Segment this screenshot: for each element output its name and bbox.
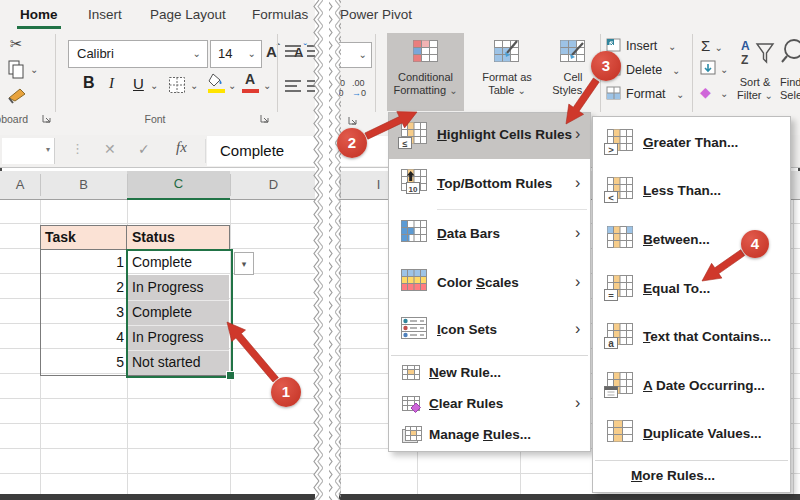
chevron-down-icon: ⌄ xyxy=(676,89,684,100)
tab-formulas[interactable]: Formulas xyxy=(252,7,308,22)
underline-dropdown[interactable]: ⌄ xyxy=(150,80,158,91)
decrease-decimal-button[interactable]: .00→0 xyxy=(352,78,366,98)
fill-color-icon xyxy=(208,72,226,96)
cell-dropdown-button[interactable]: ▾ xyxy=(234,252,254,275)
submenu-item-less-than[interactable]: < Less Than... xyxy=(593,167,790,216)
cell-styles-button[interactable]: Cell Styles ⌄ xyxy=(548,33,598,111)
name-box[interactable]: ▾ xyxy=(2,138,55,164)
submenu-item-label: Text that Contains... xyxy=(643,329,771,344)
submenu-item-text-that-contains[interactable]: a Text that Contains... xyxy=(593,313,790,362)
cut-button[interactable]: ✂ xyxy=(10,35,23,53)
tab-power-pivot[interactable]: Power Pivot xyxy=(340,7,412,22)
menu-item-data-bars[interactable]: Data Bars › xyxy=(389,210,590,258)
font-color-button[interactable]: A xyxy=(245,71,255,87)
svg-text:<: < xyxy=(608,192,614,203)
font-size-combo[interactable]: 14 ⌄ xyxy=(210,40,262,68)
cell-styles-icon xyxy=(559,39,587,64)
copy-button[interactable] xyxy=(8,60,25,84)
format-as-table-button[interactable]: Format as Table ⌄ xyxy=(468,33,546,111)
format-as-table-icon xyxy=(493,39,521,64)
svg-text:A: A xyxy=(741,39,750,53)
clipboard-group-label: Clipboard xyxy=(0,113,28,125)
menu-item-label: Color Scales xyxy=(437,275,519,290)
underline-button[interactable]: U xyxy=(133,75,144,92)
chevron-down-icon[interactable]: ⌄ xyxy=(193,48,201,59)
insert-function-button[interactable]: fx xyxy=(176,139,187,156)
menu-item-top-bottom-rules[interactable]: 10 Top/Bottom Rules › xyxy=(389,159,590,208)
align-top-icon[interactable] xyxy=(284,44,302,58)
clipboard-dialog-launcher-icon[interactable] xyxy=(42,114,52,124)
name-box-arrow-icon[interactable]: ▾ xyxy=(46,145,50,154)
enter-button[interactable]: ✓ xyxy=(138,141,150,157)
submenu-item-more-rules[interactable]: More Rules... xyxy=(593,461,790,491)
menu-item-icon-sets[interactable]: Icon Sets › xyxy=(389,308,590,353)
format-painter-button[interactable] xyxy=(6,86,28,110)
menu-item-highlight-cells-rules[interactable]: ≤ Highlight Cells Rules › xyxy=(389,113,590,159)
cell-B-4[interactable]: 4 xyxy=(40,325,124,350)
sort-filter-button[interactable]: A Z Sort & Filter ⌄ xyxy=(735,36,779,108)
find-select-button[interactable]: Find & Select xyxy=(780,36,800,108)
conditional-formatting-button[interactable]: Conditional Formatting ⌄ xyxy=(387,33,464,111)
borders-dropdown[interactable]: ⌄ xyxy=(190,80,198,91)
menu-item-manage-rules[interactable]: Manage Rules... xyxy=(389,420,590,451)
submenu-item-label: Equal To... xyxy=(643,281,710,296)
submenu-item-greater-than[interactable]: > Greater Than... xyxy=(593,119,790,167)
format-cells-button[interactable]: Format ⌄ xyxy=(606,86,692,104)
cell-B-3[interactable]: 3 xyxy=(40,300,124,325)
align-left-icon[interactable] xyxy=(284,79,302,93)
formula-input-left[interactable]: Complete xyxy=(207,136,315,166)
chevron-right-icon: › xyxy=(575,225,580,241)
tab-home[interactable]: Home xyxy=(20,7,58,22)
font-dialog-launcher-icon[interactable] xyxy=(260,114,270,124)
column-header-C-selected[interactable]: C xyxy=(127,171,230,200)
chevron-right-icon: › xyxy=(575,321,580,337)
cell-B-2[interactable]: 2 xyxy=(40,275,124,300)
fill-button[interactable] xyxy=(700,60,716,80)
column-header-A[interactable]: A xyxy=(0,171,40,198)
clear-dropdown[interactable]: ⌄ xyxy=(720,88,728,99)
tab-page-layout[interactable]: Page Layout xyxy=(150,7,226,22)
copy-dropdown[interactable]: ⌄ xyxy=(30,64,38,75)
column-header-B[interactable]: B xyxy=(40,171,127,198)
clear-button[interactable]: ◆ xyxy=(700,84,711,100)
highlight-cells-rules-icon: ≤ xyxy=(397,121,429,151)
submenu-item-label: Greater Than... xyxy=(643,135,738,150)
cell-B-1[interactable]: 1 xyxy=(40,250,124,275)
menu-item-clear-rules[interactable]: Clear Rules › xyxy=(389,389,590,420)
svg-text:=: = xyxy=(608,290,614,301)
fill-color-button[interactable] xyxy=(208,72,226,100)
font-color-dropdown[interactable]: ⌄ xyxy=(263,80,271,91)
fill-color-dropdown[interactable]: ⌄ xyxy=(228,80,236,91)
borders-icon[interactable] xyxy=(168,76,186,94)
bold-button[interactable]: B xyxy=(83,74,95,92)
autosum-button[interactable]: Σ ⌄ xyxy=(701,37,723,54)
number-dialog-launcher-icon[interactable] xyxy=(348,116,358,126)
menu-item-new-rule[interactable]: New Rule... xyxy=(389,358,590,389)
chevron-down-icon[interactable]: ⌄ xyxy=(248,48,256,59)
find-select-label: Find & Select xyxy=(780,76,800,102)
cell-B-5[interactable]: 5 xyxy=(40,350,124,375)
chevron-down-icon[interactable]: ⌄ xyxy=(359,49,367,60)
menu-item-label: Highlight Cells Rules xyxy=(437,127,572,142)
date-occurring-icon xyxy=(603,371,635,401)
fill-dropdown[interactable]: ⌄ xyxy=(720,64,728,75)
table-header-task[interactable]: Task xyxy=(40,225,127,250)
insert-cells-button[interactable]: Insert ⌄ xyxy=(606,38,692,56)
menu-item-color-scales[interactable]: Color Scales › xyxy=(389,258,590,308)
tab-insert[interactable]: Insert xyxy=(88,7,122,22)
submenu-item-a-date-occurring[interactable]: A Date Occurring... xyxy=(593,362,790,410)
submenu-item-duplicate-values[interactable]: Duplicate Values... xyxy=(593,410,790,458)
header-divider xyxy=(40,174,41,196)
selection-fill-handle[interactable] xyxy=(226,371,235,380)
format-cells-label: Format xyxy=(626,87,666,101)
font-name-combo[interactable]: Calibri ⌄ xyxy=(68,40,208,68)
italic-button[interactable]: I xyxy=(109,75,114,92)
column-header-D[interactable]: D xyxy=(230,171,317,198)
window-bottom-edge xyxy=(0,494,800,500)
find-select-icon xyxy=(780,36,800,70)
menu-item-label: New Rule... xyxy=(429,365,501,380)
submenu-item-equal-to[interactable]: = Equal To... xyxy=(593,265,790,313)
color-scales-icon xyxy=(397,268,429,298)
table-header-status[interactable]: Status xyxy=(126,225,230,250)
cancel-button[interactable]: ✕ xyxy=(104,141,116,157)
